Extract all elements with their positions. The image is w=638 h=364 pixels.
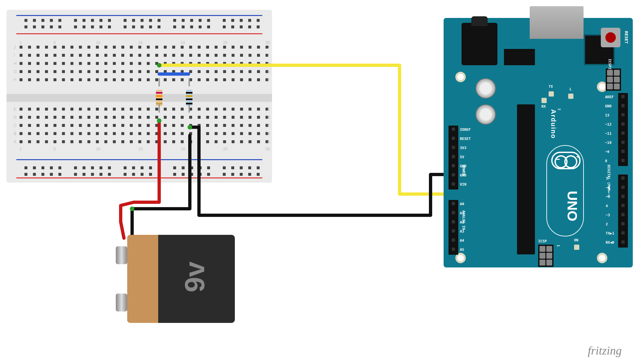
svg-point-5 (157, 118, 161, 123)
tx-label: TX (549, 84, 553, 89)
svg-point-4 (130, 206, 134, 211)
l-led (568, 94, 573, 99)
icsp2-label: ICSP2 (608, 59, 612, 69)
icsp-header (538, 245, 554, 267)
battery-voltage-label: 9v (179, 262, 211, 293)
on-led (574, 245, 579, 250)
battery-9v: 9v (114, 235, 235, 323)
battery-terminal-pos (116, 246, 127, 264)
arduino-tm: ™ (557, 108, 561, 112)
mount-hole-3 (597, 253, 607, 263)
arduino-model-text: UNO (564, 191, 580, 221)
icsp-one-label: 1 (556, 245, 560, 247)
atmega328p-mcu (517, 104, 535, 254)
voltage-regulator (504, 49, 535, 65)
capacitor-2 (476, 104, 496, 125)
on-label: ON (574, 238, 578, 242)
wire-yellow-a0 (159, 65, 448, 194)
analog-header (448, 200, 458, 255)
arduino-uno-board: RESET ICSP2 ICSP 1 TX RX L ON POWER ANAL… (444, 18, 633, 267)
icsp2-header (606, 68, 621, 91)
reset-button[interactable] (601, 28, 620, 47)
usb-connector (530, 6, 584, 39)
svg-point-2 (188, 125, 192, 129)
wire-black-battery (132, 135, 190, 238)
tx-led (549, 91, 554, 97)
mount-hole-1 (455, 72, 466, 82)
barrel-jack (462, 23, 497, 65)
reset-label: RESET (624, 31, 629, 44)
capacitor-1 (476, 78, 496, 99)
l-label: L (570, 87, 572, 91)
arduino-brand-text: Arduino (550, 109, 557, 139)
battery-terminal-neg (116, 294, 127, 311)
icsp-label: ICSP (538, 239, 547, 243)
wire-red-battery (121, 121, 159, 238)
svg-point-0 (157, 63, 161, 68)
rx-label: RX (541, 104, 546, 109)
arduino-infinity-logo: −+ (551, 152, 581, 169)
fritzing-credit: fritzing (588, 344, 622, 357)
digital-header-label: DIGITAL (PWM=~) (607, 165, 611, 197)
rx-led (541, 98, 547, 103)
wire-black-gnd-arduino (190, 127, 448, 215)
